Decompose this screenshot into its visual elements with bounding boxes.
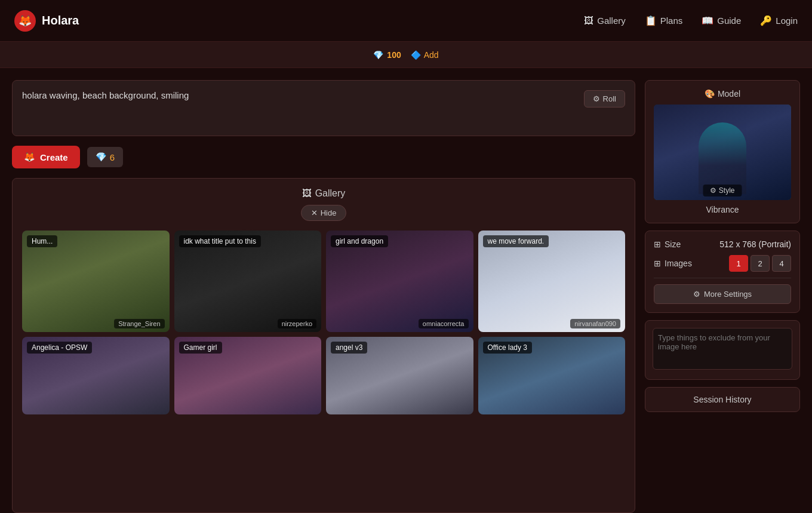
image-label-5: Angelica - OPSW xyxy=(27,342,92,354)
prompt-container: ⚙ Roll xyxy=(12,80,635,136)
nav-guide-label: Guide xyxy=(717,16,741,26)
roll-icon: ⚙ xyxy=(593,94,600,103)
nav-login-label: Login xyxy=(776,16,798,26)
gallery-image-1[interactable]: Hum... Strange_Siren xyxy=(22,231,170,332)
image-grid: Hum... Strange_Siren idk what title put … xyxy=(22,231,625,414)
gallery-section: 🖼 Gallery ✕ Hide Hum... Strange_Siren id… xyxy=(12,178,635,513)
images-icon: ⊞ xyxy=(654,259,661,268)
nav-login[interactable]: 🔑 Login xyxy=(760,15,798,26)
gallery-image-3[interactable]: girl and dragon omniacorrecta xyxy=(326,231,473,332)
add-credits-label: Add xyxy=(424,50,439,60)
roll-label: Roll xyxy=(603,94,616,103)
gallery-icon: 🖼 xyxy=(302,188,312,199)
gallery-image-7[interactable]: angel v3 xyxy=(326,337,473,414)
settings-section: ⊞ Size 512 x 768 (Portrait) ⊞ Images 1 2… xyxy=(645,231,800,313)
login-icon: 🔑 xyxy=(760,15,772,26)
size-row: ⊞ Size 512 x 768 (Portrait) xyxy=(654,239,791,249)
gallery-image-6[interactable]: Gamer girl xyxy=(174,337,322,414)
images-row: ⊞ Images 1 2 4 xyxy=(654,255,791,272)
more-settings-button[interactable]: ⚙ More Settings xyxy=(654,284,791,304)
image-user-4: nirvanafan090 xyxy=(570,319,620,328)
nav-gallery-label: Gallery xyxy=(597,16,626,26)
model-title-text: Model xyxy=(718,89,740,99)
session-title: Session History xyxy=(653,395,792,404)
image-label-6: Gamer girl xyxy=(179,342,222,354)
model-char-figure xyxy=(699,122,746,194)
image-user-3: omniacorrecta xyxy=(419,319,469,328)
create-label: Create xyxy=(40,152,68,162)
model-name: Vibrance xyxy=(654,205,791,214)
style-button[interactable]: ⚙ Style xyxy=(703,185,742,196)
nav-gallery[interactable]: 🖼 Gallery xyxy=(584,16,626,26)
hide-gallery-button[interactable]: ✕ Hide xyxy=(301,205,347,221)
header-nav: 🖼 Gallery 📋 Plans 📖 Guide 🔑 Login xyxy=(584,15,798,26)
image-label-8: Office lady 3 xyxy=(483,342,532,354)
nav-guide[interactable]: 📖 Guide xyxy=(702,15,741,26)
nav-plans-label: Plans xyxy=(660,16,683,26)
count-1-button[interactable]: 1 xyxy=(729,255,748,272)
divider xyxy=(654,278,791,278)
right-panel: 🎨 Model ⚙ Style Vibrance xyxy=(645,80,800,513)
gallery-icon: 🖼 xyxy=(584,16,593,26)
left-panel: ⚙ Roll 🦊 Create 💎 6 🖼 Gallery xyxy=(12,80,635,513)
image-user-2: nirzeperko xyxy=(278,319,316,328)
add-credits-button[interactable]: 🔷 Add xyxy=(411,50,439,60)
create-fox-icon: 🦊 xyxy=(24,152,35,162)
logo: 🦊 Holara xyxy=(14,10,79,32)
gallery-image-2[interactable]: idk what title put to this nirzeperko xyxy=(174,231,322,332)
credits-bar: 💎 100 🔷 Add xyxy=(0,42,812,68)
credits-gem-icon: 💎 xyxy=(373,50,383,60)
create-button[interactable]: 🦊 Create xyxy=(12,146,80,168)
gallery-image-5[interactable]: Angelica - OPSW xyxy=(22,337,170,414)
model-title: 🎨 Model xyxy=(654,89,791,99)
cost-gem-icon: 💎 xyxy=(96,152,107,162)
guide-icon: 📖 xyxy=(702,15,713,26)
header: 🦊 Holara 🖼 Gallery 📋 Plans 📖 Guide 🔑 Log… xyxy=(0,0,812,42)
session-section: Session History xyxy=(645,387,800,412)
model-title-icon: 🎨 xyxy=(705,89,715,99)
gallery-image-4[interactable]: we move forward. nirvanafan090 xyxy=(478,231,626,332)
size-label-text: Size xyxy=(665,239,681,249)
prompt-input[interactable] xyxy=(22,90,577,126)
logo-icon: 🦊 xyxy=(14,10,36,32)
gallery-header: 🖼 Gallery ✕ Hide xyxy=(22,188,625,221)
image-label-7: angel v3 xyxy=(331,342,367,354)
hide-label: Hide xyxy=(321,208,337,217)
images-count: 1 2 4 xyxy=(729,255,791,272)
credits-amount: 100 xyxy=(387,50,401,60)
image-user-1: Strange_Siren xyxy=(114,319,164,328)
roll-button[interactable]: ⚙ Roll xyxy=(584,90,625,107)
model-card: ⚙ Style xyxy=(654,105,791,200)
image-label-1: Hum... xyxy=(27,235,57,247)
style-label: Style xyxy=(719,186,735,195)
exclude-input[interactable] xyxy=(653,328,792,370)
prompt-actions: ⚙ Roll xyxy=(584,90,625,107)
main-layout: ⚙ Roll 🦊 Create 💎 6 🖼 Gallery xyxy=(0,68,812,513)
plans-icon: 📋 xyxy=(645,15,657,26)
cost-amount: 6 xyxy=(110,152,115,162)
size-icon: ⊞ xyxy=(654,239,661,249)
image-label-4: we move forward. xyxy=(483,235,549,247)
count-4-button[interactable]: 4 xyxy=(772,255,791,272)
create-row: 🦊 Create 💎 6 xyxy=(12,146,635,168)
exclude-section xyxy=(645,320,800,380)
hide-icon: ✕ xyxy=(311,208,318,217)
images-label-text: Images xyxy=(665,259,692,268)
gallery-title-text: Gallery xyxy=(315,188,346,199)
image-label-3: girl and dragon xyxy=(331,235,388,247)
gallery-title: 🖼 Gallery xyxy=(302,188,346,199)
size-value[interactable]: 512 x 768 (Portrait) xyxy=(719,239,791,249)
model-section: 🎨 Model ⚙ Style Vibrance xyxy=(645,80,800,223)
images-label: ⊞ Images xyxy=(654,259,692,268)
credits-display: 💎 100 xyxy=(373,50,401,60)
style-icon: ⚙ xyxy=(710,186,716,195)
image-label-2: idk what title put to this xyxy=(179,235,261,247)
more-settings-icon: ⚙ xyxy=(693,290,700,299)
size-label: ⊞ Size xyxy=(654,239,681,249)
count-2-button[interactable]: 2 xyxy=(751,255,770,272)
add-diamond-icon: 🔷 xyxy=(411,50,421,60)
nav-plans[interactable]: 📋 Plans xyxy=(645,15,683,26)
gallery-image-8[interactable]: Office lady 3 xyxy=(478,337,626,414)
cost-badge: 💎 6 xyxy=(87,147,123,167)
more-settings-label: More Settings xyxy=(704,290,752,299)
